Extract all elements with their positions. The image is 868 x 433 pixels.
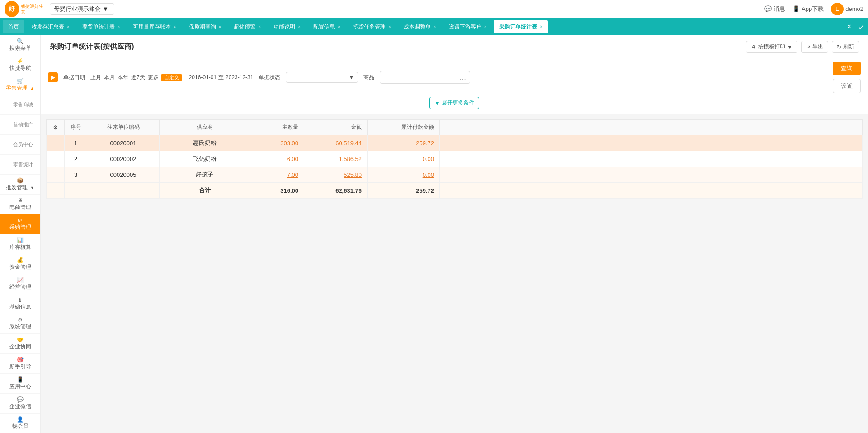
table-area: ⚙ 序号 往来单位编码 供应商 主数量 金额 累计付款金额 1 bbox=[41, 114, 868, 433]
sidebar-item-member[interactable]: 会员中心 bbox=[0, 135, 40, 155]
custom-date-tag[interactable]: 自定义 bbox=[161, 74, 182, 81]
date-separator: 至 bbox=[218, 74, 224, 81]
sidebar-item-purchase[interactable]: 🛍 采购管理 bbox=[0, 214, 40, 234]
tab-config[interactable]: 配置信息 × bbox=[308, 20, 346, 33]
refresh-button[interactable]: ↻ 刷新 bbox=[832, 41, 859, 53]
goods-input[interactable]: … bbox=[380, 71, 470, 84]
td-amount-3[interactable]: 525.80 bbox=[304, 167, 368, 183]
tab-inventory-book-close[interactable]: × bbox=[174, 24, 176, 29]
retail-icon: 🛒 bbox=[17, 78, 24, 84]
sidebar-retail-mall-label: 零售商城 bbox=[13, 101, 33, 108]
sidebar-item-shortcut[interactable]: ⚡ 快捷导航 bbox=[0, 55, 40, 75]
sidebar-inventory-label: 库存核算 bbox=[9, 243, 31, 251]
sidebar-item-wholesale[interactable]: 📦 批发管理 ▼ bbox=[0, 175, 40, 195]
td-amount-2[interactable]: 1,586.52 bbox=[304, 151, 368, 167]
sidebar-item-enterprise-wechat[interactable]: 💬 企业微信 bbox=[0, 394, 40, 414]
sidebar-item-retail-mall[interactable]: 零售商城 bbox=[0, 95, 40, 115]
tab-picking-close[interactable]: × bbox=[388, 24, 391, 29]
user-profile[interactable]: E demo2 bbox=[831, 3, 863, 15]
message-button[interactable]: 💬 消息 bbox=[764, 5, 785, 13]
workspace-chevron-icon: ▼ bbox=[103, 5, 108, 12]
page-title: 采购订单统计表(按供应商) bbox=[50, 42, 134, 52]
tab-invite-label: 邀请下游客户 bbox=[449, 23, 481, 31]
settings-button[interactable]: 设置 bbox=[833, 79, 861, 93]
td-amount-1[interactable]: 60,519.44 bbox=[304, 135, 368, 151]
tab-shelf-life-close[interactable]: × bbox=[219, 24, 222, 29]
footer-label: 合计 bbox=[160, 183, 250, 199]
sidebar-item-new-guide[interactable]: 🎯 新手引导 bbox=[0, 354, 40, 374]
sidebar-purchase-label: 采购管理 bbox=[9, 224, 31, 231]
top-right: 💬 消息 📱 App下载 E demo2 bbox=[764, 3, 863, 15]
nav-tabs: 首页 收发存汇总表 × 要货单统计表 × 可用量库存账本 × 保质期查询 × 超… bbox=[0, 18, 868, 35]
app-download-button[interactable]: 📱 App下载 bbox=[793, 5, 824, 13]
tab-cost-adjust-close[interactable]: × bbox=[434, 24, 436, 29]
sidebar-item-search[interactable]: 🔍 搜索菜单 bbox=[0, 35, 40, 55]
tab-invite-close[interactable]: × bbox=[484, 24, 487, 29]
td-qty-2[interactable]: 6.00 bbox=[250, 151, 304, 167]
footer-empty-check bbox=[47, 183, 65, 199]
sidebar-item-system[interactable]: ⚙ 系统管理 bbox=[0, 314, 40, 334]
tab-receive-summary[interactable]: 收发存汇总表 × bbox=[26, 20, 75, 33]
sidebar-item-app-center[interactable]: 📱 应用中心 bbox=[0, 374, 40, 394]
tab-receive-summary-close[interactable]: × bbox=[67, 24, 70, 29]
sidebar-item-member2[interactable]: 👤 畅会员 bbox=[0, 414, 40, 433]
sidebar-item-operations[interactable]: 📈 经营管理 bbox=[0, 274, 40, 294]
print-button[interactable]: 🖨 按模板打印 ▼ bbox=[746, 41, 797, 53]
tab-home[interactable]: 首页 bbox=[3, 20, 24, 33]
tab-function-close[interactable]: × bbox=[298, 24, 301, 29]
status-select[interactable]: ▼ bbox=[286, 72, 358, 83]
th-settings[interactable]: ⚙ bbox=[47, 120, 65, 135]
td-qty-3[interactable]: 7.00 bbox=[250, 167, 304, 183]
sidebar-item-inventory[interactable]: 📊 库存核算 bbox=[0, 234, 40, 254]
date-to: 2023-12-31 bbox=[226, 74, 253, 81]
sidebar-item-ecommerce[interactable]: 🖥 电商管理 bbox=[0, 195, 40, 214]
tab-shelf-life[interactable]: 保质期查询 × bbox=[184, 20, 227, 33]
tab-invite[interactable]: 邀请下游客户 × bbox=[443, 20, 492, 33]
tab-order-summary-close[interactable]: × bbox=[118, 24, 120, 29]
sidebar-item-retail-stat[interactable]: 零售统计 bbox=[0, 155, 40, 175]
td-paid-1[interactable]: 259.72 bbox=[368, 135, 440, 151]
tab-function[interactable]: 功能说明 × bbox=[268, 20, 306, 33]
tab-order-summary[interactable]: 要货单统计表 × bbox=[77, 20, 126, 33]
tab-cost-adjust[interactable]: 成本调整单 × bbox=[398, 20, 442, 33]
workspace-selector[interactable]: 母婴行业演示账套 ▼ bbox=[50, 3, 114, 15]
sidebar-item-finance[interactable]: 💰 资金管理 bbox=[0, 254, 40, 274]
tab-overstock-close[interactable]: × bbox=[258, 24, 261, 29]
sidebar-item-marketing[interactable]: 营销推广 bbox=[0, 115, 40, 135]
shortcut-this-month[interactable]: 本月 bbox=[104, 74, 115, 81]
shortcut-last-month[interactable]: 上月 bbox=[90, 74, 101, 81]
user-name: demo2 bbox=[845, 5, 863, 12]
expand-more-label: 展开更多条件 bbox=[442, 99, 474, 107]
td-paid-3[interactable]: 0.00 bbox=[368, 167, 440, 183]
table-header-row: ⚙ 序号 往来单位编码 供应商 主数量 金额 累计付款金额 bbox=[47, 120, 863, 135]
shortcut-more[interactable]: 更多 bbox=[148, 74, 159, 81]
goods-more-icon[interactable]: … bbox=[459, 73, 466, 81]
tab-purchase-summary[interactable]: 采购订单统计表 × bbox=[494, 20, 548, 33]
tab-purchase-summary-close[interactable]: × bbox=[540, 24, 542, 29]
tab-overstock[interactable]: 超储预警 × bbox=[228, 20, 266, 33]
shortcut-7days[interactable]: 近7天 bbox=[131, 74, 145, 81]
print-label: 按模板打印 bbox=[758, 43, 785, 51]
inventory-icon: 📊 bbox=[17, 237, 24, 243]
export-icon: ↗ bbox=[806, 44, 811, 50]
sidebar-item-enterprise[interactable]: 🤝 企业协同 bbox=[0, 334, 40, 354]
tab-config-close[interactable]: × bbox=[338, 24, 340, 29]
export-button[interactable]: ↗ 导出 bbox=[801, 41, 828, 53]
td-paid-2[interactable]: 0.00 bbox=[368, 151, 440, 167]
sidebar-ecommerce-label: 电商管理 bbox=[9, 204, 31, 211]
sidebar-item-basic-info[interactable]: ℹ 基础信息 bbox=[0, 294, 40, 314]
tabs-expand-icon[interactable]: ⤢ bbox=[857, 21, 866, 33]
query-button[interactable]: 查询 bbox=[833, 62, 861, 75]
td-code-1: 00020001 bbox=[87, 135, 160, 151]
search-icon: 🔍 bbox=[17, 38, 24, 44]
sidebar-item-retail[interactable]: 🛒 零售管理 ▲ bbox=[0, 75, 40, 95]
filter-toggle-button[interactable]: ▶ bbox=[48, 72, 58, 82]
shortcut-this-year[interactable]: 本年 bbox=[118, 74, 128, 81]
td-qty-1[interactable]: 303.00 bbox=[250, 135, 304, 151]
tabs-close-all-icon[interactable]: × bbox=[845, 21, 853, 33]
table-row: 2 00020002 飞鹤奶粉 6.00 1,586.52 0.00 bbox=[47, 151, 863, 167]
tab-inventory-book[interactable]: 可用量库存账本 × bbox=[127, 20, 182, 33]
expand-more-button[interactable]: ▼ 展开更多条件 bbox=[429, 97, 479, 109]
tab-config-label: 配置信息 bbox=[313, 23, 335, 31]
tab-picking[interactable]: 拣货任务管理 × bbox=[348, 20, 396, 33]
